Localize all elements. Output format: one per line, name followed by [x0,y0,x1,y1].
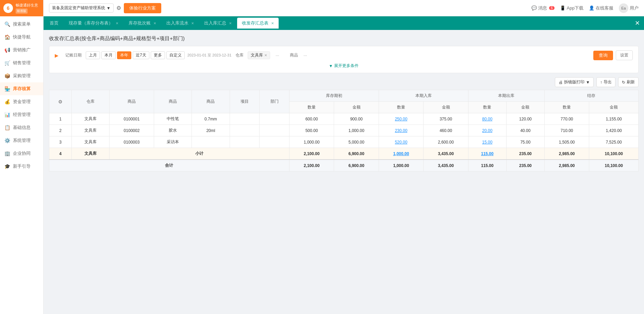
print-btn[interactable]: 🖨 拆镜版打印 ▼ [555,77,594,87]
cart-icon: 🛒 [4,60,10,66]
sidebar-item-operation[interactable]: 📊 经营管理 [0,108,43,121]
row-project [230,125,259,136]
sidebar-item-marketing[interactable]: 📢 营销推广 [0,44,43,56]
row-open-amt: 1,000.00 [334,125,379,136]
row-in-qty[interactable]: 230.00 [379,125,424,136]
th-warehouse: 仓库 [72,90,110,113]
warehouse-value: 文具库 [251,52,263,58]
column-settings-icon[interactable]: ⚙ [58,99,63,104]
sidebar-item-search[interactable]: 🔍 搜索菜单 [0,18,43,31]
warehouse-label: 仓库 [235,52,244,58]
th-in-qty: 数量 [379,102,424,113]
total-open-qty: 2,100.00 [289,160,334,171]
service-icon: 👤 [589,5,594,11]
tab-in-out-summary-label: 出入库汇总 [204,20,226,26]
table-row: 1 文具库 0100001 中性笔 0.7mm 600.00 900.00 25… [49,113,639,125]
tab-home[interactable]: 首页 [45,18,63,29]
online-service-btn[interactable]: 👤 在线客服 [589,5,613,11]
filter-bar: ▶ 记账日期 上月 本月 本年 近7天 更多 自定义 2023-01-01 至 … [49,46,639,73]
filter-settings-btn[interactable]: 设置 [616,50,633,60]
row-project [230,113,259,125]
user-menu[interactable]: Ea 用户 [619,3,639,13]
tab-close-icon[interactable]: ✕ [229,21,232,25]
th-open-amt: 金额 [334,102,379,113]
tab-batch-accounts-label: 库存批次账 [129,20,151,26]
row-in-amt: 460.00 [424,125,468,136]
tab-in-out-flow-label: 出入库流水 [166,20,188,26]
th-in-amt: 金额 [424,102,468,113]
tab-close-icon[interactable]: ✕ [271,21,274,25]
sidebar-item-purchase[interactable]: 📦 采购管理 [0,69,43,82]
expand-more-conditions-btn[interactable]: ▼ 展开更多条件 [329,63,359,69]
tab-receive-send-summary[interactable]: 收发存汇总表 ✕ [237,18,279,29]
row-open-qty: 500.00 [289,125,334,136]
row-no: 2 [49,125,72,136]
sidebar-item-label: 企业协同 [13,150,31,156]
row-spec [192,136,230,148]
row-dept [260,136,289,148]
date-label: 记账日期 [65,52,82,58]
date-btn-custom[interactable]: 自定义 [166,51,185,59]
row-in-qty[interactable]: 520.00 [379,136,424,148]
system-selector[interactable]: 装备及固定资产辅助管理系统 ▼ [49,3,114,13]
sidebar-item-sales[interactable]: 🛒 销售管理 [0,56,43,69]
row-out-qty[interactable]: 80.00 [468,113,506,125]
tab-stock-distribution[interactable]: 现存量（库存分布表） ✕ [64,18,123,29]
th-open-qty: 数量 [289,102,334,113]
row-no: 1 [49,113,72,125]
row-open-amt: 5,000.00 [334,136,379,148]
query-btn[interactable]: 查询 [593,51,613,60]
close-all-tabs-btn[interactable]: ✕ [632,19,643,27]
sidebar-item-finance[interactable]: 💰 资金管理 [0,95,43,108]
refresh-btn[interactable]: ↻ 刷新 [618,77,639,87]
th-close-qty: 数量 [544,102,589,113]
row-warehouse: 文具库 [72,113,110,125]
tab-stock-distribution-label: 现存量（库存分布表） [69,20,113,26]
app-download-btn[interactable]: 📱 App下载 [560,5,583,11]
sidebar-item-system[interactable]: ⚙️ 系统管理 [0,134,43,147]
date-btn-more[interactable]: 更多 [151,51,165,59]
row-close-amt: 7,525.00 [589,136,639,148]
date-btn-last-7-days[interactable]: 近7天 [133,51,149,59]
warehouse-more[interactable]: ··· [276,53,279,58]
date-btn-this-month[interactable]: 本月 [101,51,116,59]
th-dept: 部门 [260,90,289,113]
row-out-qty[interactable]: 15.00 [468,136,506,148]
goods-more[interactable]: ··· [303,53,307,58]
online-service-label: 在线客服 [596,5,613,11]
date-btn-this-year[interactable]: 本年 [117,51,131,59]
th-settings[interactable]: ⚙ [49,90,72,113]
row-spec: 20ml [192,125,230,136]
settings-icon[interactable]: ⚙ [116,5,121,11]
system-name: 装备及固定资产辅助管理系统 [52,5,105,11]
sidebar-item-inventory[interactable]: 🏪 库存核算 [0,82,43,95]
collapse-filter-btn[interactable]: ▶ [55,53,59,58]
sidebar-item-guide[interactable]: 🎓 新手引导 [0,160,43,173]
sidebar-item-quick-nav[interactable]: 🏠 快捷导航 [0,31,43,44]
export-icon: ↑ [600,80,602,85]
tab-close-icon[interactable]: ✕ [191,21,194,25]
tab-close-icon[interactable]: ✕ [116,21,118,25]
sidebar-item-label: 经营管理 [13,112,31,118]
industry-btn[interactable]: 体验行业方案 [124,3,161,13]
subtotal-out-qty[interactable]: 115.00 [468,148,506,160]
tab-batch-accounts[interactable]: 库存批次账 ✕ [124,18,161,29]
sidebar-item-basic[interactable]: 📋 基础信息 [0,121,43,134]
date-btn-last-month[interactable]: 上月 [86,51,100,59]
th-close-amt: 金额 [589,102,639,113]
table-row: 3 文具库 0100003 采访本 1,000.00 5,000.00 520.… [49,136,639,148]
sidebar-item-enterprise[interactable]: 🏢 企业协同 [0,147,43,160]
tab-in-out-flow[interactable]: 出入库流水 ✕ [162,18,199,29]
row-in-qty[interactable]: 250.00 [379,113,424,125]
warehouse-remove-btn[interactable]: ✕ [264,53,267,57]
message-btn[interactable]: 💬 消息 6 [531,5,555,11]
sidebar-item-label: 基础信息 [13,125,31,131]
row-out-qty[interactable]: 20.00 [468,125,506,136]
export-btn[interactable]: ↑ 导出 [596,77,615,87]
subtotal-in-qty[interactable]: 1,000.00 [379,148,424,160]
tab-in-out-summary[interactable]: 出入库汇总 ✕ [199,18,236,29]
app-download-label: App下载 [567,5,583,11]
tab-close-icon[interactable]: ✕ [153,21,156,25]
th-project: 项目 [230,90,259,113]
total-out-qty: 115.00 [468,160,506,171]
